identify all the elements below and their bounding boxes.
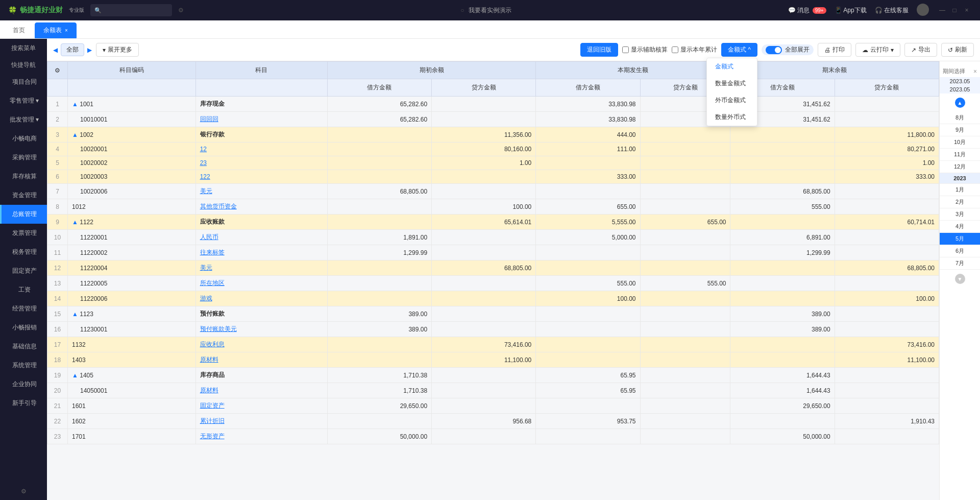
- sidebar-item-invoice[interactable]: 发票管理: [0, 224, 47, 243]
- nav-left-btn[interactable]: ◀: [53, 46, 58, 54]
- row-name[interactable]: 其他货币资金: [195, 199, 327, 215]
- expand-more-btn[interactable]: ▾ 展开更多: [96, 43, 139, 57]
- scroll-up-btn[interactable]: ▲: [955, 98, 965, 108]
- row-name[interactable]: 固定资产: [195, 398, 327, 414]
- settings-icon[interactable]: ⚙: [178, 7, 184, 14]
- print-btn[interactable]: 🖨 打印: [818, 43, 851, 57]
- demo-link[interactable]: 我要看实例演示: [469, 6, 511, 15]
- sidebar-quick-nav[interactable]: 快捷导航: [0, 58, 47, 73]
- message-btn[interactable]: 💬 消息 99+: [788, 6, 826, 15]
- main-layout: 搜索菜单 快捷导航 项目合同 零售管理 ▾ 批发管理 ▾ 小畅电商 采购管理 库…: [0, 39, 980, 500]
- app-icon: 🍀: [8, 6, 17, 14]
- user-avatar[interactable]: [917, 4, 929, 17]
- sidebar-search[interactable]: 搜索菜单: [0, 39, 47, 58]
- month-12[interactable]: 12月: [940, 161, 980, 173]
- row-credit_end: [835, 276, 939, 291]
- sidebar-item-wholesale[interactable]: 批发管理 ▾: [0, 110, 47, 129]
- sidebar-item-project[interactable]: 项目合同: [0, 73, 47, 91]
- row-debit_end: 68,805.00: [730, 184, 835, 199]
- row-name[interactable]: 122: [195, 170, 327, 184]
- month-1[interactable]: 1月: [940, 184, 980, 196]
- dropdown-item-amount[interactable]: 金额式: [707, 58, 757, 75]
- row-credit_open: 11,356.00: [432, 127, 536, 142]
- nav-right-btn[interactable]: ▶: [87, 46, 92, 54]
- expand-all-toggle[interactable]: 全部展开: [762, 44, 814, 55]
- row-credit_end: [835, 97, 939, 112]
- row-credit_curr: [640, 398, 730, 414]
- month-8[interactable]: 8月: [940, 112, 980, 124]
- sidebar-item-ecommerce[interactable]: 小畅电商: [0, 129, 47, 148]
- row-name[interactable]: 原材料: [195, 352, 327, 368]
- dropdown-item-foreign-amount[interactable]: 外币金额式: [707, 92, 757, 109]
- row-code: 10020002: [68, 156, 196, 170]
- service-btn[interactable]: 🎧 在线客服: [875, 6, 909, 15]
- month-3[interactable]: 3月: [940, 208, 980, 221]
- row-name: 往来标签: [195, 245, 327, 260]
- close-window-btn[interactable]: ×: [962, 5, 972, 15]
- sidebar-settings-btn[interactable]: ⚙: [0, 483, 47, 500]
- row-debit_curr: [536, 337, 640, 352]
- search-bar[interactable]: 🔍: [90, 4, 172, 16]
- sidebar-item-salary[interactable]: 工资: [0, 280, 47, 299]
- all-filter-tag[interactable]: 全部: [61, 43, 84, 56]
- month-5[interactable]: 5月: [940, 233, 980, 245]
- refresh-btn[interactable]: ↺ 刷新: [941, 43, 974, 57]
- sidebar-item-tax[interactable]: 税务管理: [0, 243, 47, 261]
- table-row: 1611230001预付账款美元389.00389.00: [47, 322, 939, 337]
- restore-btn[interactable]: □: [949, 5, 960, 15]
- month-6[interactable]: 6月: [940, 245, 980, 257]
- right-panel-close-btn[interactable]: ×: [973, 68, 977, 75]
- row-name[interactable]: 预付账款美元: [195, 322, 327, 337]
- month-10[interactable]: 10月: [940, 136, 980, 149]
- row-debit_curr: 33,830.98: [536, 97, 640, 112]
- sidebar-item-sales[interactable]: 小畅报销: [0, 318, 47, 337]
- show-ytd-checkbox[interactable]: 显示本年累计: [672, 45, 717, 54]
- month-4[interactable]: 4月: [940, 221, 980, 233]
- sidebar-item-inventory[interactable]: 库存核算: [0, 167, 47, 186]
- row-name[interactable]: 累计折旧: [195, 414, 327, 429]
- row-credit_open: 11,100.00: [432, 352, 536, 368]
- sidebar-item-guide[interactable]: 新手引导: [0, 394, 47, 413]
- month-11[interactable]: 11月: [940, 149, 980, 161]
- minimize-btn[interactable]: —: [937, 5, 947, 15]
- month-9[interactable]: 9月: [940, 124, 980, 136]
- back-old-btn[interactable]: 退回旧版: [580, 43, 618, 57]
- row-name[interactable]: 12: [195, 142, 327, 156]
- cloud-print-btn[interactable]: ☁ 云打印 ▾: [855, 43, 900, 57]
- row-credit_open: [432, 170, 536, 184]
- sidebar-item-system[interactable]: 系统管理: [0, 356, 47, 375]
- row-code: 11220004: [68, 260, 196, 276]
- scroll-down-btn[interactable]: ▼: [955, 274, 965, 284]
- dropdown-item-qty-amount[interactable]: 数量金额式: [707, 75, 757, 92]
- month-7[interactable]: 7月: [940, 257, 980, 270]
- cloud-icon: ☁: [862, 46, 868, 54]
- table-row: 1▲ 1001库存现金65,282.6033,830.9831,451.62: [47, 97, 939, 112]
- row-name[interactable]: 无形资产: [195, 429, 327, 444]
- show-helper-checkbox[interactable]: 显示辅助核算: [622, 45, 668, 54]
- sidebar-item-coop[interactable]: 企业协同: [0, 375, 47, 394]
- row-credit_open: [432, 398, 536, 414]
- tab-home[interactable]: 首页: [4, 22, 34, 38]
- row-debit_open: 1,891.00: [327, 230, 431, 245]
- row-number: 5: [47, 156, 68, 170]
- month-2[interactable]: 2月: [940, 196, 980, 208]
- tab-balance[interactable]: 余额表 ×: [35, 22, 77, 38]
- sidebar-item-retail[interactable]: 零售管理 ▾: [0, 91, 47, 110]
- row-debit_curr: [536, 398, 640, 414]
- toggle-switch[interactable]: [766, 46, 782, 54]
- row-name[interactable]: 23: [195, 156, 327, 170]
- sidebar-item-finance[interactable]: 资金管理: [0, 186, 47, 205]
- export-btn[interactable]: ↗ 导出: [904, 43, 937, 57]
- sidebar-item-basic[interactable]: 基础信息: [0, 337, 47, 356]
- row-name[interactable]: 应收利息: [195, 337, 327, 352]
- sidebar-item-ledger[interactable]: 总账管理: [0, 205, 47, 224]
- sidebar-item-assets[interactable]: 固定资产: [0, 261, 47, 280]
- amount-type-btn[interactable]: 金额式 ^: [721, 43, 757, 57]
- download-btn[interactable]: 📱 App下载: [835, 6, 867, 15]
- th-settings[interactable]: ⚙: [47, 62, 68, 79]
- right-panel: 期间选择 × 2023.05 2023.05 ▲ 8月 9月 10月 11月 1…: [939, 61, 980, 500]
- tab-close-icon[interactable]: ×: [65, 28, 68, 33]
- dropdown-item-qty-foreign[interactable]: 数量外币式: [707, 109, 757, 126]
- sidebar-item-ops[interactable]: 经营管理: [0, 299, 47, 318]
- sidebar-item-purchase[interactable]: 采购管理: [0, 148, 47, 167]
